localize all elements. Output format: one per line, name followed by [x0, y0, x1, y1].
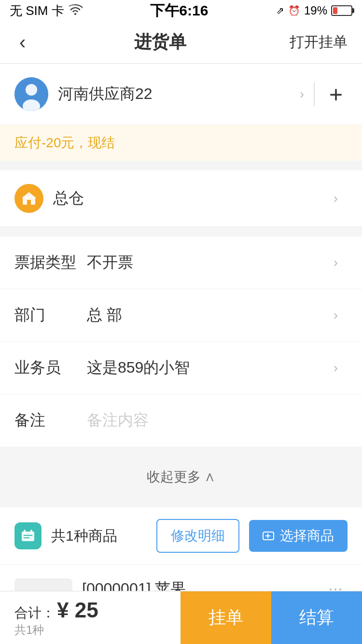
- supplier-section: 河南供应商22 › + 应付-20元，现结: [0, 64, 362, 161]
- divider: [314, 82, 315, 106]
- dept-label: 部门: [14, 305, 82, 326]
- location-icon: ⇗: [276, 5, 284, 16]
- carrier-label: 无 SIM 卡: [10, 2, 64, 19]
- svg-rect-8: [30, 530, 32, 533]
- hang-button[interactable]: 挂单: [181, 591, 271, 644]
- remark-placeholder: 备注内容: [82, 410, 348, 431]
- status-bar: 无 SIM 卡 下午6:16 ⇗ ⏰ 19%: [0, 0, 362, 21]
- svg-rect-7: [24, 530, 26, 533]
- total-count: 共1种: [14, 622, 166, 638]
- content: 河南供应商22 › + 应付-20元，现结 总仓 › 票据类型 不开票 ›: [0, 64, 362, 644]
- total-amount: ¥ 25: [57, 598, 98, 622]
- svg-point-1: [26, 84, 37, 96]
- total-label: 合计：: [14, 604, 55, 622]
- svg-marker-4: [22, 192, 36, 198]
- page-title: 进货单: [134, 30, 186, 54]
- dept-chevron-icon: ›: [334, 308, 338, 323]
- alarm-icon: ⏰: [288, 5, 300, 16]
- invoice-label: 票据类型: [14, 252, 82, 273]
- warehouse-icon: [14, 184, 43, 213]
- supplier-name: 河南供应商22: [58, 84, 300, 105]
- warehouse-chevron-icon: ›: [334, 191, 338, 206]
- nav-bar: ‹ 进货单 打开挂单: [0, 21, 362, 64]
- svg-rect-6: [22, 532, 34, 541]
- bottom-bar: 合计： ¥ 25 共1种 挂单 结算: [0, 591, 362, 644]
- form-section: 票据类型 不开票 › 部门 总 部 › 业务员 这是859的小智 › 备注 备注…: [0, 237, 362, 447]
- sales-value: 这是859的小智: [82, 357, 334, 378]
- battery-icon: [331, 5, 352, 16]
- products-header: 共1种商品 修改明细 选择商品: [0, 507, 362, 565]
- sales-row[interactable]: 业务员 这是859的小智 ›: [0, 342, 362, 394]
- select-product-button[interactable]: 选择商品: [249, 520, 348, 552]
- status-left: 无 SIM 卡: [10, 2, 83, 19]
- products-icon: [14, 522, 42, 549]
- add-supplier-button[interactable]: +: [324, 81, 348, 108]
- svg-rect-5: [27, 200, 31, 205]
- dept-value: 总 部: [82, 305, 334, 326]
- open-hang-button[interactable]: 打开挂单: [290, 32, 348, 52]
- status-time: 下午6:16: [150, 1, 208, 21]
- collapse-row[interactable]: 收起更多 ∧: [0, 456, 362, 498]
- warehouse-name: 总仓: [53, 188, 334, 209]
- products-count: 共1种商品: [51, 526, 147, 546]
- supplier-row[interactable]: 河南供应商22 › +: [0, 64, 362, 125]
- checkout-button[interactable]: 结算: [271, 591, 362, 644]
- remark-label: 备注: [14, 410, 82, 431]
- battery-percent: 19%: [304, 4, 327, 17]
- wifi-icon: [69, 3, 83, 18]
- remark-row[interactable]: 备注 备注内容: [0, 394, 362, 447]
- warehouse-row[interactable]: 总仓 ›: [0, 170, 362, 227]
- select-product-label: 选择商品: [280, 527, 334, 545]
- sales-chevron-icon: ›: [334, 360, 338, 376]
- back-button[interactable]: ‹: [14, 27, 30, 58]
- supplier-alert: 应付-20元，现结: [0, 125, 362, 161]
- invoice-row[interactable]: 票据类型 不开票 ›: [0, 237, 362, 289]
- supplier-chevron-icon: ›: [300, 86, 304, 102]
- supplier-avatar: [14, 77, 48, 111]
- status-right: ⇗ ⏰ 19%: [276, 4, 352, 17]
- sales-label: 业务员: [14, 357, 82, 378]
- collapse-label: 收起更多 ∧: [147, 469, 216, 484]
- total-area: 合计： ¥ 25 共1种: [0, 591, 181, 644]
- warehouse-section: 总仓 ›: [0, 170, 362, 227]
- dept-row[interactable]: 部门 总 部 ›: [0, 289, 362, 342]
- edit-detail-button[interactable]: 修改明细: [156, 519, 239, 553]
- invoice-value: 不开票: [82, 252, 334, 273]
- invoice-chevron-icon: ›: [334, 255, 338, 270]
